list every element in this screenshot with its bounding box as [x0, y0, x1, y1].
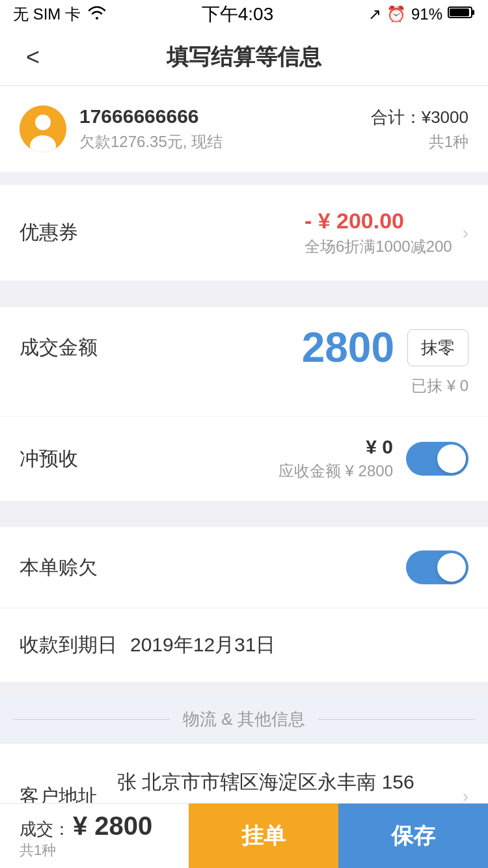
customer-phone: 17666666666 — [79, 105, 223, 128]
pending-button[interactable]: 挂单 — [189, 804, 338, 869]
location-icon: ↗ — [368, 5, 381, 23]
round-zero-button[interactable]: 抹零 — [407, 329, 468, 366]
gray-divider-2 — [0, 501, 488, 514]
divider-line-right — [318, 719, 475, 720]
prepay-toggle[interactable] — [406, 442, 468, 476]
total-count: 共1种 — [371, 131, 468, 152]
coupon-label: 优惠券 — [20, 219, 78, 246]
due-date-label: 收款到期日 — [20, 632, 117, 658]
nav-bar: < 填写结算等信息 — [0, 29, 488, 86]
status-bar: 无 SIM 卡 下午4:03 ↗ ⏰ 91% — [0, 0, 488, 29]
debt-section: 本单赊欠 — [0, 527, 488, 608]
prepay-row: 冲预收 ¥ 0 应收金额 ¥ 2800 — [0, 416, 488, 501]
logistics-divider: 物流 & 其他信息 — [0, 695, 488, 744]
deal-amount-label: 成交金额 — [20, 334, 98, 361]
customer-details: 17666666666 欠款1276.35元, 现结 — [79, 105, 223, 152]
deal-amount-value: 2800 — [302, 327, 394, 368]
wifi-icon — [87, 5, 107, 23]
debt-toggle[interactable] — [406, 550, 468, 584]
customer-left: 17666666666 欠款1276.35元, 现结 — [20, 105, 223, 152]
deal-amount-section: 成交金额 2800 抹零 已抹 ¥ 0 — [0, 307, 488, 416]
deal-amount-row: 成交金额 2800 抹零 — [20, 327, 468, 368]
carrier-label: 无 SIM 卡 — [13, 4, 81, 25]
debt-label: 本单赊欠 — [20, 554, 98, 581]
coupon-chevron-icon: › — [463, 223, 468, 243]
prepay-subtext: 应收金额 ¥ 2800 — [278, 461, 393, 481]
due-date-section: 收款到期日 2019年12月31日 — [0, 608, 488, 682]
coupon-description: 全场6折满1000减200 — [305, 236, 452, 257]
back-button[interactable]: < — [20, 37, 46, 77]
status-left: 无 SIM 卡 — [13, 4, 107, 25]
logistics-label: 物流 & 其他信息 — [183, 708, 305, 731]
coupon-right: - ¥ 200.00 全场6折满1000减200 › — [305, 208, 468, 257]
status-right: ↗ ⏰ 91% — [368, 5, 475, 23]
alarm-icon: ⏰ — [386, 5, 406, 23]
bottom-deal-count: 共1种 — [20, 841, 169, 860]
customer-info-row: 17666666666 欠款1276.35元, 现结 合计：¥3000 共1种 — [0, 86, 488, 172]
total-label: 合计：¥3000 — [371, 106, 468, 129]
gray-divider-1 — [0, 294, 488, 307]
battery-label: 91% — [411, 5, 442, 23]
avatar — [20, 105, 66, 152]
debt-toggle-knob — [437, 553, 466, 582]
coupon-row[interactable]: 优惠券 - ¥ 200.00 全场6折满1000减200 › — [0, 185, 488, 281]
svg-rect-2 — [450, 8, 469, 16]
status-time: 下午4:03 — [202, 2, 274, 27]
due-date-value: 2019年12月31日 — [130, 632, 275, 658]
prepay-amount: ¥ 0 — [278, 436, 393, 458]
coupon-value: - ¥ 200.00 全场6折满1000减200 — [305, 208, 452, 257]
nav-title: 填写结算等信息 — [167, 42, 321, 72]
bottom-bar: 成交： ¥ 2800 共1种 挂单 保存 — [0, 803, 488, 868]
prepay-toggle-knob — [437, 444, 466, 473]
save-button[interactable]: 保存 — [338, 804, 488, 869]
svg-rect-1 — [472, 10, 474, 15]
prepay-label: 冲预收 — [20, 446, 78, 472]
bottom-deal-line: 成交： ¥ 2800 — [20, 811, 169, 841]
bottom-deal-amount: ¥ 2800 — [73, 811, 152, 841]
prepay-right: ¥ 0 应收金额 ¥ 2800 — [278, 436, 393, 481]
deal-amount-area: 2800 抹零 — [302, 327, 468, 368]
svg-point-4 — [35, 115, 51, 130]
customer-total: 合计：¥3000 共1种 — [371, 106, 468, 152]
bottom-deal-label: 成交： — [20, 818, 70, 841]
customer-subtext: 欠款1276.35元, 现结 — [79, 131, 223, 152]
battery-icon — [448, 5, 475, 23]
coupon-discount: - ¥ 200.00 — [305, 208, 452, 234]
divider-line-left — [13, 719, 170, 720]
bottom-info: 成交： ¥ 2800 共1种 — [0, 811, 189, 860]
already-rounded-label: 已抹 ¥ 0 — [411, 377, 468, 394]
